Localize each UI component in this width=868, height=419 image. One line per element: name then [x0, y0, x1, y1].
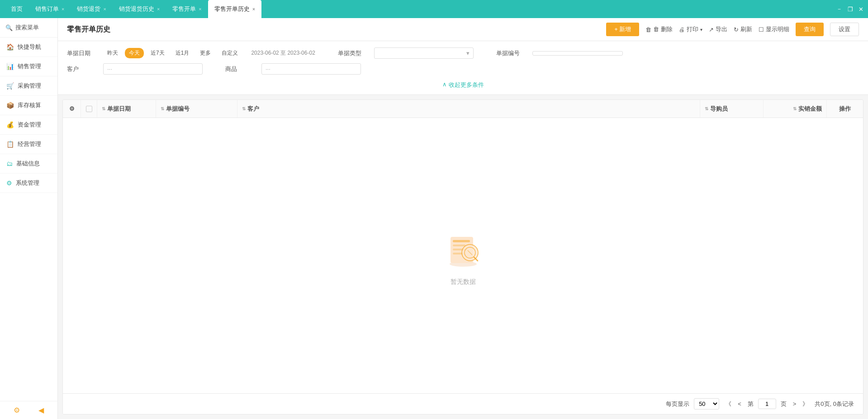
more-btn[interactable]: 更多: [196, 48, 215, 58]
custom-btn[interactable]: 自定义: [218, 48, 242, 58]
sort-guide-icon: ⇅: [705, 106, 708, 111]
main-layout: 🔍 搜索菜单 🏠 快捷导航 📊 销售管理 🛒 采购管理 📦 库存核算 💰 资金管…: [0, 18, 868, 419]
tab-home[interactable]: 首页: [5, 0, 29, 18]
window-controls: － ❐ ✕: [836, 5, 863, 13]
toolbar: + 新增 🗑 🗑 删除 🖨 打印 ▾ ↗ 导出 ↻ 刷新: [606, 23, 859, 36]
th-settings[interactable]: ⚙: [63, 100, 81, 118]
goods-input[interactable]: ···: [261, 63, 361, 75]
sidebar-item-system[interactable]: ⚙ 系统管理: [0, 174, 57, 193]
filter-row-1: 单据日期 昨天 今天 近7天 近1月 更多 自定义 2023-06-02 至 2…: [67, 47, 859, 59]
export-icon: ↗: [709, 26, 714, 33]
number-label: 单据编号: [496, 49, 523, 57]
today-btn[interactable]: 今天: [125, 48, 144, 58]
number-input[interactable]: [532, 51, 623, 56]
per-page-select[interactable]: 10 20 50 100: [694, 398, 719, 410]
th-checkbox[interactable]: [81, 100, 97, 118]
first-page-btn[interactable]: 《: [724, 399, 733, 409]
top-bar: 首页 销售订单 × 销货退货 × 销货退货历史 × 零售开单 × 零售开单历史 …: [0, 0, 868, 18]
tab-retail-history[interactable]: 零售开单历史 ×: [208, 0, 261, 18]
sidebar-item-purchase[interactable]: 🛒 采购管理: [0, 76, 57, 96]
sidebar-item-basic[interactable]: 🗂 基础信息: [0, 154, 57, 174]
last-month-btn[interactable]: 近1月: [171, 48, 194, 58]
folder-icon: 🗂: [6, 160, 13, 167]
last-page-btn[interactable]: 》: [801, 399, 810, 409]
sidebar-item-shortcut[interactable]: 🏠 快捷导航: [0, 38, 57, 57]
tab-close-retail[interactable]: ×: [199, 6, 201, 12]
print-dropdown-icon: ▾: [700, 27, 702, 32]
table-container: ⚙ ⇅ 单据日期 ⇅ 单据编号 ⇅ 客户 ⇅: [62, 99, 863, 414]
th-number[interactable]: ⇅ 单据编号: [156, 100, 237, 118]
customer-input[interactable]: ···: [103, 63, 203, 75]
print-button[interactable]: 🖨 打印 ▾: [679, 25, 702, 33]
type-select[interactable]: ▾: [374, 47, 474, 59]
date-range-display: 2023-06-02 至 2023-06-02: [251, 49, 315, 57]
home-icon: 🏠: [6, 43, 14, 51]
svg-rect-3: [453, 245, 465, 246]
collapse-icon: ∧: [442, 81, 447, 89]
th-customer[interactable]: ⇅ 客户: [237, 100, 700, 118]
sidebar-item-management[interactable]: 📋 经营管理: [0, 135, 57, 154]
th-guide[interactable]: ⇅ 导购员: [700, 100, 764, 118]
tab-close-return-history[interactable]: ×: [157, 6, 160, 12]
th-amount[interactable]: ⇅ 实销金额: [764, 100, 827, 118]
refresh-button[interactable]: ↻ 刷新: [734, 25, 752, 33]
collapse-conditions[interactable]: ∧ 收起更多条件: [67, 79, 859, 91]
gear-icon: ⚙: [6, 179, 12, 187]
sidebar-item-sales[interactable]: 📊 销售管理: [0, 57, 57, 76]
sort-date-icon: ⇅: [102, 106, 105, 111]
empty-illustration: [441, 226, 486, 271]
delete-icon: 🗑: [645, 26, 651, 33]
last7-btn[interactable]: 近7天: [147, 48, 169, 58]
tab-close-return[interactable]: ×: [103, 6, 106, 12]
page-title: 零售开单历史: [67, 25, 110, 34]
sidebar-collapse-button[interactable]: ◀: [38, 406, 44, 414]
table-header: ⚙ ⇅ 单据日期 ⇅ 单据编号 ⇅ 客户 ⇅: [63, 100, 863, 118]
query-button[interactable]: + 新增: [606, 23, 639, 36]
sort-amount-icon: ⇅: [793, 106, 797, 111]
per-page-label: 每页显示: [666, 400, 689, 408]
tab-sales-order[interactable]: 销售订单 ×: [29, 0, 71, 18]
empty-text: 暂无数据: [451, 278, 476, 286]
minimize-button[interactable]: －: [836, 5, 842, 13]
select-all-checkbox[interactable]: [86, 106, 92, 112]
sidebar-settings-button[interactable]: ⚙: [14, 406, 20, 414]
th-action: 操作: [827, 100, 863, 118]
sidebar-bottom: ⚙ ◀: [0, 401, 57, 419]
restore-button[interactable]: ❐: [848, 6, 853, 13]
page-total: 共0页, 0条记录: [815, 400, 854, 408]
search-button[interactable]: 查询: [796, 23, 824, 36]
next-page-btn[interactable]: >: [791, 400, 798, 408]
chart-icon: 📊: [6, 63, 14, 70]
customer-label: 客户: [67, 65, 94, 73]
delete-button[interactable]: 🗑 🗑 删除: [645, 25, 673, 33]
tab-retail[interactable]: 零售开单 ×: [166, 0, 208, 18]
display-detail-button[interactable]: ☐ 显示明细: [759, 25, 789, 33]
page-nav: 《 < 第 页 > 》: [724, 399, 810, 409]
filter-row-2: 客户 ··· 商品 ···: [67, 63, 859, 75]
content-area: 零售开单历史 + 新增 🗑 🗑 删除 🖨 打印 ▾ ↗ 导出 ↻: [58, 18, 868, 419]
tab-close-sales-order[interactable]: ×: [62, 6, 64, 12]
sidebar-search[interactable]: 🔍 搜索菜单: [0, 18, 57, 38]
page-header: 零售开单历史 + 新增 🗑 🗑 删除 🖨 打印 ▾ ↗ 导出 ↻: [58, 18, 868, 41]
tab-list: 首页 销售订单 × 销货退货 × 销货退货历史 × 零售开单 × 零售开单历史 …: [5, 0, 261, 18]
page-label: 第: [746, 399, 755, 409]
print-icon: 🖨: [679, 26, 685, 33]
goods-label: 商品: [225, 65, 252, 73]
tab-close-retail-history[interactable]: ×: [252, 6, 255, 12]
export-button[interactable]: ↗ 导出: [709, 25, 727, 33]
sidebar-item-finance[interactable]: 💰 资金管理: [0, 115, 57, 135]
sidebar: 🔍 搜索菜单 🏠 快捷导航 📊 销售管理 🛒 采购管理 📦 库存核算 💰 资金管…: [0, 18, 58, 419]
pagination: 每页显示 10 20 50 100 《 < 第 页 > 》 共0页, 0条记录: [63, 393, 863, 414]
tab-return[interactable]: 销货退货 ×: [71, 0, 112, 18]
clipboard-icon: 📋: [6, 141, 14, 148]
close-button[interactable]: ✕: [859, 6, 863, 13]
yesterday-btn[interactable]: 昨天: [103, 48, 122, 58]
page-number-input[interactable]: [758, 399, 776, 409]
prev-page-btn[interactable]: <: [736, 400, 743, 408]
tab-return-history[interactable]: 销货退货历史 ×: [113, 0, 166, 18]
customer-dots: ···: [107, 66, 112, 72]
setting-button[interactable]: 设置: [830, 23, 859, 36]
th-date[interactable]: ⇅ 单据日期: [97, 100, 156, 118]
search-icon: 🔍: [5, 24, 13, 31]
sidebar-item-inventory[interactable]: 📦 库存核算: [0, 96, 57, 115]
